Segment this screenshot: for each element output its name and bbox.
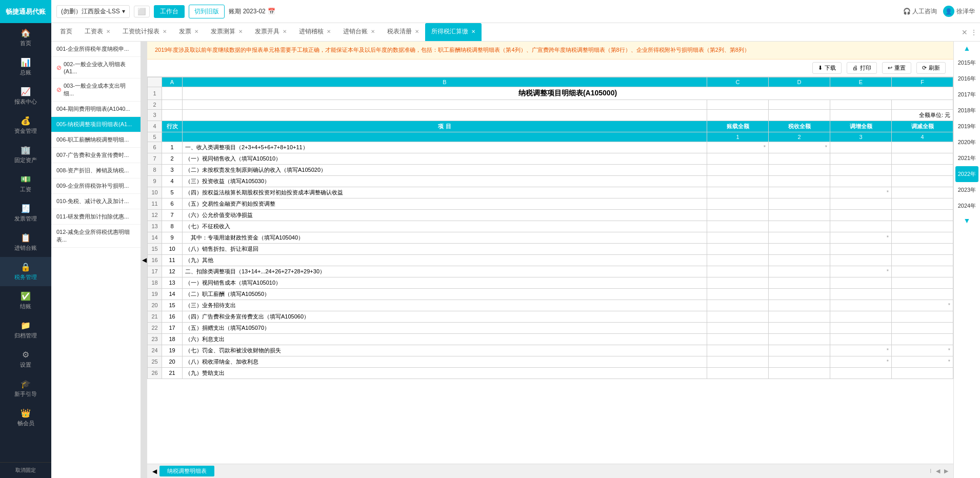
table-row: 1813（一）视同销售成本（填写A105010） [148, 277, 953, 288]
panel-collapse-handle[interactable]: ◀ [141, 42, 147, 478]
warn-icon-1: ⊘ [56, 64, 62, 71]
left-panel-item-4[interactable]: 005-纳税调整项目明细表(A1... [51, 117, 141, 132]
year-item-2020年[interactable]: 2020年 [955, 134, 978, 150]
print-button[interactable]: 🖨 打印 [847, 62, 877, 74]
left-panel-item-6[interactable]: 007-广告费和业务宣传费时... [51, 148, 141, 163]
year-item-2022年[interactable]: 2022年 [955, 166, 978, 182]
sidebar-item-资金管理[interactable]: 💰资金管理 [0, 111, 51, 140]
tab-close-2[interactable]: ✕ [163, 29, 167, 34]
tab-3[interactable]: 发票✕ [173, 23, 205, 41]
print-icon: 🖨 [852, 65, 858, 71]
year-item-2023年[interactable]: 2023年 [955, 182, 978, 198]
tab-close-3[interactable]: ✕ [194, 29, 198, 34]
copy-icon-btn[interactable]: ⬜ [134, 6, 150, 17]
tab-5[interactable]: 发票开具✕ [249, 23, 293, 41]
year-item-2017年[interactable]: 2017年 [955, 87, 978, 103]
user-menu[interactable]: 👤 徐泽华 [943, 6, 975, 17]
year-scroll-up[interactable]: ▲ [961, 42, 973, 55]
sidebar-item-总账[interactable]: 📊总账 [0, 52, 51, 82]
sidebar-item-发票管理[interactable]: 🧾发票管理 [0, 198, 51, 228]
tab-close-1[interactable]: ✕ [106, 29, 110, 34]
year-item-2024年[interactable]: 2024年 [955, 198, 978, 214]
calendar-icon[interactable]: 📅 [268, 8, 275, 15]
download-button[interactable]: ⬇ 下载 [812, 62, 842, 74]
content-area: 001-企业所得税年度纳税申...⊘002-一般企业收入明细表(A1...⊘00… [51, 42, 980, 478]
left-panel-item-10[interactable]: 011-研发费用加计扣除优惠... [51, 209, 141, 225]
sidebar-item-结账[interactable]: ✅结账 [0, 286, 51, 315]
bottom-bar: ◀ 纳税调整明细表 ⁞ ◀ ▶ [147, 464, 953, 478]
tab-close-5[interactable]: ✕ [283, 29, 287, 34]
spreadsheet-table: A B C D E F 1 纳税调整项目明细表(A105000) 2 3 全额单… [147, 77, 953, 379]
workbench-button[interactable]: 工作台 [154, 5, 185, 18]
tab-4[interactable]: 发票测算✕ [205, 23, 249, 41]
tab-8[interactable]: 税表清册✕ [381, 23, 425, 41]
tab-2[interactable]: 工资统计报表✕ [116, 23, 173, 41]
sidebar-item-首页[interactable]: 🏠首页 [0, 23, 51, 52]
table-row: 1611（九）其他 [148, 254, 953, 266]
tab-1[interactable]: 工资表✕ [78, 23, 116, 41]
left-panel-item-2[interactable]: ⊘003-一般企业成本支出明细... [51, 78, 141, 102]
left-panel-item-0[interactable]: 001-企业所得税年度纳税申... [51, 42, 141, 57]
sidebar-collapse-btn[interactable]: 取消固定 [0, 462, 51, 478]
tab-close-9[interactable]: ✕ [471, 29, 475, 34]
topbar: (勿删）江西股金-LSS ▾ ⬜ 工作台 切到旧版 账期 2023-02 📅 🎧… [51, 0, 980, 23]
left-panel-item-9[interactable]: 010-免税、减计收入及加计... [51, 194, 141, 209]
col-header-a: A [162, 77, 183, 87]
table-row: 2015（三）业务招待支出* [148, 300, 953, 311]
table-title: 纳税调整项目明细表(A105000) [183, 87, 953, 99]
sidebar-item-报表中心[interactable]: 📈报表中心 [0, 82, 51, 111]
table-row: 83（二）未按权责发生制原则确认的收入（填写A105020） [148, 164, 953, 175]
horizontal-scroll-right[interactable]: ▶ [944, 468, 948, 474]
table-row: 1914（二）职工薪酬（填写A105050） [148, 288, 953, 300]
sidebar-item-税务管理[interactable]: 🔒税务管理 [0, 257, 51, 286]
tab-close-8[interactable]: ✕ [415, 29, 419, 34]
sidebar-item-新手引导[interactable]: 🎓新手引导 [0, 374, 51, 403]
company-selector[interactable]: (勿删）江西股金-LSS ▾ [56, 5, 130, 18]
sidebar-item-工资[interactable]: 💵工资 [0, 169, 51, 198]
tab-0[interactable]: 首页 [54, 23, 78, 41]
table-row: 1510（八）销售折扣、折让和退回 [148, 243, 953, 254]
year-item-2019年[interactable]: 2019年 [955, 118, 978, 134]
sidebar-item-设置[interactable]: ⚙设置 [0, 345, 51, 374]
tab-9[interactable]: 所得税汇算缴✕ [425, 23, 482, 41]
left-panel-item-5[interactable]: 006-职工薪酬纳税调整明细... [51, 132, 141, 148]
sidebar-item-固定资产[interactable]: 🏢固定资产 [0, 140, 51, 169]
consulting-btn[interactable]: 🎧 人工咨询 [903, 7, 937, 16]
year-item-2016年[interactable]: 2016年 [955, 71, 978, 87]
chevron-down-icon: ▾ [122, 8, 125, 15]
sidebar-icon-10: 📁 [21, 321, 31, 330]
tab-close-6[interactable]: ✕ [327, 29, 331, 34]
table-row: 2419（七）罚金、罚款和被没收财物的损失** [148, 345, 953, 356]
scroll-left-btn[interactable]: ◀ [152, 468, 157, 475]
cell-1-a[interactable] [162, 87, 183, 99]
reset-button[interactable]: ↩ 重置 [882, 62, 911, 74]
sidebar-item-归档管理[interactable]: 📁归档管理 [0, 315, 51, 345]
sidebar-item-进销台账[interactable]: 📋进销台账 [0, 228, 51, 257]
left-panel-item-11[interactable]: 012-减免企业所得税优惠明细表... [51, 225, 141, 248]
sidebar-item-畅会员[interactable]: 👑畅会员 [0, 403, 51, 432]
left-panel-item-7[interactable]: 008-资产折旧、摊销及纳税... [51, 163, 141, 178]
more-tabs-icon[interactable]: ⋮ [970, 28, 977, 36]
horizontal-scroll-left[interactable]: ◀ [936, 468, 940, 474]
sheet-tab[interactable]: 纳税调整明细表 [159, 466, 214, 476]
tabs-right-controls: ✕ ⋮ [962, 28, 977, 36]
tab-close-4[interactable]: ✕ [238, 29, 243, 34]
table-row: 105（四）按权益法核算长期股权投资对初始投资成本调整确认收益* [148, 187, 953, 198]
left-panel-item-3[interactable]: 004-期间费用明细表(A1040... [51, 102, 141, 117]
tab-6[interactable]: 进销稽核✕ [293, 23, 337, 41]
year-item-2015年[interactable]: 2015年 [955, 55, 978, 71]
sidebar-icon-2: 📈 [21, 87, 31, 96]
year-item-2021年[interactable]: 2021年 [955, 150, 978, 166]
year-scroll-down[interactable]: ▼ [961, 214, 973, 227]
refresh-button[interactable]: ⟳ 刷新 [916, 62, 946, 74]
table-row: 94（三）投资收益（填写A105030） [148, 175, 953, 187]
left-panel-item-1[interactable]: ⊘002-一般企业收入明细表(A1... [51, 57, 141, 78]
tab-7[interactable]: 进销台账✕ [337, 23, 381, 41]
table-area[interactable]: A B C D E F 1 纳税调整项目明细表(A105000) 2 3 全额单… [147, 77, 953, 464]
row-1: 1 [148, 87, 162, 99]
old-version-button[interactable]: 切到旧版 [189, 5, 225, 18]
left-panel-item-8[interactable]: 009-企业所得税弥补亏损明... [51, 178, 141, 194]
close-all-icon[interactable]: ✕ [962, 28, 968, 36]
year-item-2018年[interactable]: 2018年 [955, 103, 978, 118]
tab-close-7[interactable]: ✕ [371, 29, 375, 34]
